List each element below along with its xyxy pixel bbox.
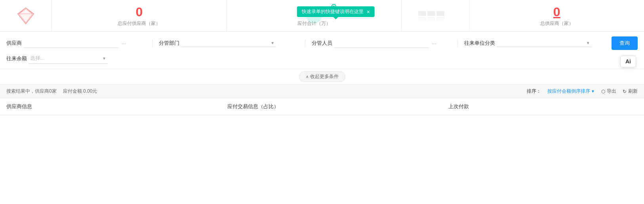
supplier-input[interactable] xyxy=(23,38,118,48)
export-icon: ⬡ xyxy=(601,89,605,94)
svg-point-9 xyxy=(314,18,318,21)
svg-rect-11 xyxy=(427,11,435,16)
person-more-btn[interactable]: ··· xyxy=(431,40,438,46)
table-col-transaction-info: 应付交易信息（占比） xyxy=(227,103,448,110)
unit-category-select[interactable]: ▼ xyxy=(497,39,592,47)
sort-value-text: 按应付会额倒序排序 xyxy=(547,88,590,95)
sort-label: 排序： xyxy=(527,88,541,95)
unit-category-label: 往来单位分类 xyxy=(464,40,495,47)
filter-person: 分管人员 ··· xyxy=(312,38,451,48)
table-col-supplier-info: 供应商信息 xyxy=(6,103,227,110)
balance-chevron-icon: ▼ xyxy=(102,56,106,61)
export-label: 导出 xyxy=(607,88,616,95)
divider-3 xyxy=(457,39,458,47)
refresh-btn[interactable]: ↻ 刷新 xyxy=(623,88,638,95)
refresh-label: 刷新 xyxy=(628,88,638,95)
total-suppliers-label: 总供应商（家） xyxy=(540,20,574,27)
department-label: 分管部门 xyxy=(159,40,179,47)
divider-1 xyxy=(152,39,152,47)
suppliers-count: 搜索结果中，供应商0家 xyxy=(6,88,57,95)
svg-rect-14 xyxy=(427,17,435,21)
department-chevron-icon: ▼ xyxy=(271,41,274,45)
export-btn[interactable]: ⬡ 导出 xyxy=(601,88,616,95)
refresh-icon: ↻ xyxy=(623,89,627,94)
filter-balance: 往来余额 选择... ▼ xyxy=(6,53,125,64)
total-payable-suppliers-label: 总应付供应商（家） xyxy=(118,20,160,27)
result-info: 搜索结果中，供应商0家 应付金额 0.00元 xyxy=(6,88,97,95)
ai-badge[interactable]: Ai xyxy=(620,55,636,67)
table-header: 供应商信息 应付交易信息（占比） 上次付款 xyxy=(0,98,644,115)
collapse-more-btn[interactable]: ∧ 收起更多条件 xyxy=(299,71,345,82)
department-select[interactable]: ▼ xyxy=(181,39,276,47)
svg-point-8 xyxy=(311,18,314,21)
svg-rect-13 xyxy=(418,17,426,21)
filter-unit-category: 往来单位分类 ▼ xyxy=(464,39,604,47)
filter-section: 供应商 ··· 分管部门 ▼ 分管人员 ··· 往来单位分类 ▼ xyxy=(0,32,644,69)
payable-amount: 应付金额 0.00元 xyxy=(63,88,97,95)
collapse-up-icon: ∧ xyxy=(306,74,309,79)
unit-category-chevron-icon: ▼ xyxy=(586,41,590,45)
filter-department: 分管部门 ▼ xyxy=(159,39,298,47)
quick-shortcut-tooltip: 快速录单的快捷键说明在这里 × xyxy=(297,6,375,17)
sort-chevron-icon: ▼ xyxy=(591,89,595,93)
collapse-bar: ∧ 收起更多条件 xyxy=(0,69,644,85)
balance-select[interactable]: 选择... ▼ xyxy=(29,53,108,64)
tooltip-close-btn[interactable]: × xyxy=(367,9,370,15)
stat-logo xyxy=(0,0,52,31)
person-input[interactable] xyxy=(334,38,429,48)
total-suppliers-value: 0 xyxy=(553,4,560,19)
svg-rect-10 xyxy=(418,11,426,16)
balance-placeholder: 选择... xyxy=(30,55,102,62)
sort-value-btn[interactable]: 按应付会额倒序排序 ▼ xyxy=(547,88,595,95)
divider-2 xyxy=(305,39,305,47)
stat-total-suppliers: 0 总供应商（家） xyxy=(469,0,644,31)
table-col-last-payment: 上次付款 xyxy=(448,103,638,110)
filter-row-1: 供应商 ··· 分管部门 ▼ 分管人员 ··· 往来单位分类 ▼ xyxy=(6,36,638,50)
stat-total-payable-suppliers: 0 总应付供应商（家） xyxy=(52,0,227,31)
table-body xyxy=(0,115,644,194)
tooltip-container: 快速录单的快捷键说明在这里 × xyxy=(324,3,347,8)
stats-bar: 0 总应付供应商（家） 0.00 应付合计（万） 快速录单的快捷键说明在这里 xyxy=(0,0,644,32)
total-payable-suppliers-value: 0 xyxy=(135,4,143,19)
decor-boxes-icon xyxy=(417,8,453,24)
supplier-more-btn[interactable]: ··· xyxy=(120,40,128,46)
tooltip-text: 快速录单的快捷键说明在这里 xyxy=(302,8,364,15)
collapse-btn-label: 收起更多条件 xyxy=(310,73,339,80)
query-button[interactable]: 查询 xyxy=(612,36,638,50)
result-bar: 搜索结果中，供应商0家 应付金额 0.00元 排序： 按应付会额倒序排序 ▼ ⬡… xyxy=(0,85,644,98)
person-label: 分管人员 xyxy=(312,40,332,47)
svg-rect-15 xyxy=(436,17,444,21)
result-actions: 排序： 按应付会额倒序排序 ▼ ⬡ 导出 ↻ 刷新 xyxy=(527,88,638,95)
filter-supplier: 供应商 ··· xyxy=(6,38,146,48)
stat-middle-decor xyxy=(402,0,469,31)
diamond-logo-icon xyxy=(16,6,36,26)
svg-rect-12 xyxy=(436,11,444,16)
supplier-label: 供应商 xyxy=(6,40,22,47)
balance-label: 往来余额 xyxy=(6,55,27,62)
filter-row-2: 往来余额 选择... ▼ xyxy=(6,53,638,64)
